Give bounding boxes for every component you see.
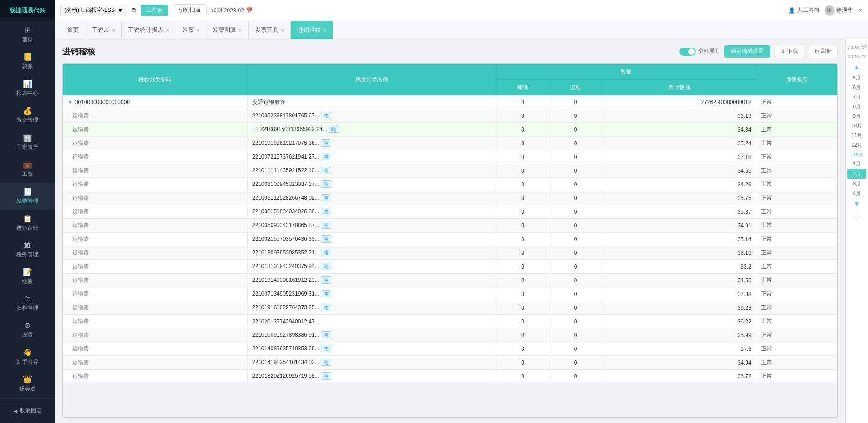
download-button[interactable]: ⬇ 下载 — [775, 45, 804, 58]
table-row[interactable]: 运输费 221005112528266748 02...吨 0 0 35.75 … — [63, 191, 837, 205]
cell-name: 221005233817801765 67...吨 — [247, 109, 496, 123]
reports-icon: 📊 — [23, 79, 32, 88]
cell-qty-total: 35.14 — [602, 233, 756, 246]
tab-salary-stats[interactable]: 工资统计报表 × — [122, 21, 176, 39]
sidebar-item-reports[interactable]: 📊 报表中心 — [0, 75, 55, 102]
unit-tag: 吨 — [321, 372, 331, 380]
tab-invoice[interactable]: 发票 × — [176, 21, 206, 39]
table-row[interactable]: 运输费 221010091927898386 91...吨 0 0 35.99 … — [63, 328, 837, 342]
cell-qty-input: 0 — [549, 260, 602, 274]
table-row[interactable]: ▼301000000000000000 交通运输服务 0 0 27262.400… — [63, 95, 837, 109]
refresh-button[interactable]: ↻ 刷新 — [809, 45, 838, 58]
funds-icon: 💰 — [23, 106, 32, 115]
tab-invoice-close[interactable]: × — [197, 27, 199, 33]
company-selector[interactable]: (勿动) 江西报室-LSS ▼ — [60, 5, 127, 16]
cell-qty-input: 0 — [549, 95, 602, 109]
sidebar-item-home[interactable]: ⊞ 首页 — [0, 21, 55, 48]
table-row[interactable]: 运输费 221018202126925719 58...吨 0 0 36.72 … — [63, 370, 837, 383]
tab-sales-check-label: 进销稽核 — [297, 26, 321, 34]
month-jul[interactable]: 7月 — [846, 92, 868, 102]
month-may[interactable]: 5月 — [846, 73, 868, 83]
table-row[interactable]: 运输费 221019161029764373 25...吨 0 0 36.23 … — [63, 301, 837, 315]
product-code-settings-button[interactable]: 商品编码设置 — [724, 45, 770, 58]
cell-qty-sales: 0 — [496, 109, 549, 123]
sidebar-item-guide[interactable]: 👋 新手引导 — [0, 344, 55, 370]
switch-version-button[interactable]: 切到旧版 — [173, 4, 207, 16]
month-aug[interactable]: 8月 — [846, 102, 868, 111]
sidebar-item-salary-label: 工资 — [22, 170, 33, 178]
month-apr[interactable]: 4月 — [846, 189, 868, 198]
settle-icon: 📝 — [23, 268, 32, 276]
tab-invoice-calc-label: 发票测算 — [213, 26, 236, 34]
tab-sales-check[interactable]: 进销稽核 × — [291, 21, 333, 39]
table-row[interactable]: 运输费 221013101943240375 94...吨 0 0 33.2 正… — [63, 260, 837, 274]
month-jun[interactable]: 6月 — [846, 83, 868, 92]
table-row[interactable]: 运输费 221008100945323037 17...吨 0 0 34.26 … — [63, 178, 837, 191]
tab-salary-stats-close[interactable]: × — [166, 27, 169, 33]
calendar-icon[interactable]: 📅 — [246, 7, 253, 14]
table-row[interactable]: 运输费 221007134905231969 31...吨 0 0 37.38 … — [63, 287, 837, 301]
sidebar-item-tax[interactable]: 🏛 税务管理 — [0, 237, 55, 263]
sidebar-item-invoice[interactable]: 🧾 发票管理 — [0, 183, 55, 210]
tab-sales-check-close[interactable]: × — [323, 27, 326, 33]
tab-invoice-calc-close[interactable]: × — [239, 27, 241, 33]
table-row[interactable]: 运输费 221006150834034026 88...吨 0 0 35.37 … — [63, 205, 837, 219]
month-oct[interactable]: 10月 — [846, 121, 868, 131]
cell-name: 221002155703576436 33...吨 — [247, 233, 496, 246]
sidebar-item-salary[interactable]: 💼 工资 — [0, 156, 55, 183]
month-sep[interactable]: 9月 — [846, 111, 868, 121]
topbar: (勿动) 江西报室-LSS ▼ ⧉ 工作台 切到旧版 账期 2023-02 📅 … — [55, 0, 868, 21]
table-row[interactable]: 运输费 221011111435921522 10...吨 0 0 34.55 … — [63, 164, 837, 178]
sidebar-item-assets[interactable]: 🏢 固定资产 — [0, 129, 55, 156]
month-feb-current[interactable]: 2月 — [847, 169, 866, 179]
unpin-button[interactable]: ◀ 取消固定 — [0, 403, 55, 418]
table-row[interactable]: 运输费 221005090343170865 87...吨 0 0 34.91 … — [63, 219, 837, 233]
month-jan[interactable]: 1月 — [846, 159, 868, 169]
sidebar-item-guide-label: 新手引导 — [16, 358, 38, 366]
table-row[interactable]: 运输费 221019103619217075 36...吨 0 0 35.24 … — [63, 137, 837, 150]
month-mar[interactable]: 3月 — [846, 179, 868, 189]
col-header-qty-sales: 销项 — [496, 80, 549, 95]
table-row[interactable]: 运输费 221013140308161912 23...吨 0 0 34.56 … — [63, 274, 837, 287]
sidebar-item-settle[interactable]: 📝 结账 — [0, 263, 55, 290]
nav-up-button[interactable]: ▲ — [852, 61, 863, 73]
table-row[interactable]: 运输费 221007215737621941 27...吨 0 0 37.18 … — [63, 150, 837, 164]
cell-code: 运输费 — [63, 274, 248, 287]
sidebar-item-settings[interactable]: ⚙ 设置 — [0, 317, 55, 344]
sidebar-item-archive[interactable]: 🗂 归档管理 — [0, 290, 55, 317]
close-window-button[interactable]: × — [858, 6, 863, 15]
table-row[interactable]: 运输费 221002155703576436 33...吨 0 0 35.14 … — [63, 233, 837, 246]
tab-salary-table-close[interactable]: × — [112, 27, 115, 33]
sidebar: 畅捷通易代账 ⊞ 首页 📒 总账 📊 报表中心 💰 资金管理 🏢 固定资产 💼 … — [0, 0, 55, 423]
content-main: 进销稽核 全部展开 商品编码设置 ⬇ 下载 ↻ 刷新 — [55, 39, 845, 423]
sidebar-item-sales[interactable]: 📋 进销台账 — [0, 210, 55, 237]
table-row[interactable]: 运输费 221013093652085352 21...吨 0 0 36.13 … — [63, 246, 837, 260]
table-row[interactable]: 运输费 📄221009150313965922 24...吨 0 0 34.84… — [63, 123, 837, 137]
tab-salary-table[interactable]: 工资表 × — [85, 21, 122, 39]
tab-invoice-open[interactable]: 发票开具 × — [249, 21, 291, 39]
cell-qty-sales: 0 — [496, 301, 549, 315]
sidebar-item-funds[interactable]: 💰 资金管理 — [0, 102, 55, 129]
user-menu[interactable]: 徐 徐浥华 — [825, 5, 853, 16]
tab-invoice-open-close[interactable]: × — [281, 27, 284, 33]
sidebar-item-ledger[interactable]: 📒 总账 — [0, 48, 55, 75]
month-dec[interactable]: 12月 — [846, 140, 868, 150]
month-nov[interactable]: 11月 — [846, 131, 868, 140]
tax-icon: 🏛 — [24, 241, 31, 249]
table-row[interactable]: 运输费 221014085935710353 66...吨 0 0 37.6 正… — [63, 342, 837, 356]
tab-invoice-calc[interactable]: 发票测算 × — [206, 21, 248, 39]
favorite-icon[interactable]: ♡ — [850, 210, 864, 226]
table-row[interactable]: 运输费 221020135742940012 47... 0 0 36.22 正… — [63, 315, 837, 328]
table-row[interactable]: 运输费 221014191254101434 02...吨 0 0 34.94 … — [63, 356, 837, 370]
period-value: 2023-02 — [224, 7, 244, 14]
copy-icon[interactable]: ⧉ — [132, 6, 136, 14]
sidebar-item-member[interactable]: 👑 畅会员 — [0, 370, 55, 397]
nav-down-button[interactable]: ▼ — [852, 198, 863, 210]
table-row[interactable]: 运输费 221005233817801765 67...吨 0 0 36.13 … — [63, 109, 837, 123]
expand-toggle[interactable] — [679, 48, 696, 56]
tab-home[interactable]: 首页 — [60, 21, 85, 39]
cell-qty-total: 36.72 — [602, 370, 756, 383]
cell-status: 正常 — [756, 301, 837, 315]
help-link[interactable]: 👤 人工咨询 — [788, 6, 819, 14]
workspace-button[interactable]: 工作台 — [141, 5, 168, 16]
